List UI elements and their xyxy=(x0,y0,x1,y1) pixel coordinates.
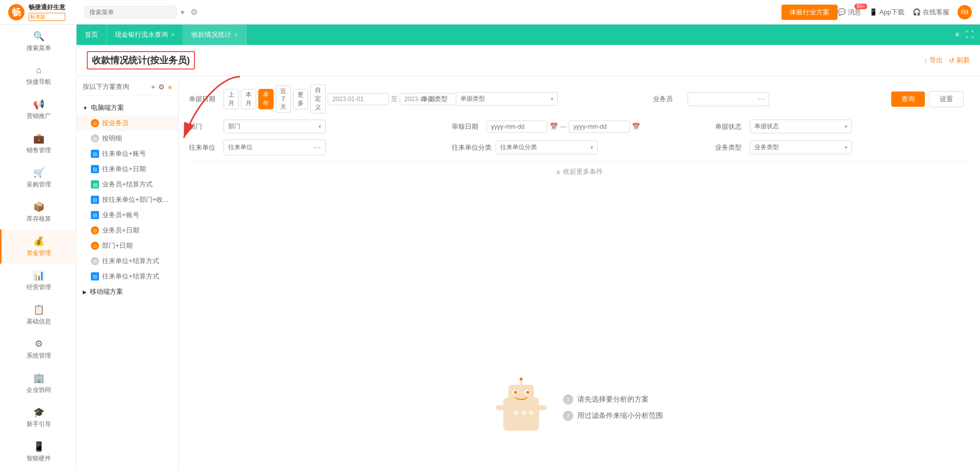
collapse-label: 收起更多条件 xyxy=(563,167,603,176)
calendar-icon-from[interactable]: 📅 xyxy=(550,123,558,130)
sidebar-item-basic-info[interactable]: 📋 基础信息 xyxy=(0,298,76,332)
date-btn-custom[interactable]: 自定义 xyxy=(310,84,326,113)
scheme-item-cp-settlement1[interactable]: ⊞ 往来单位+结算方式 xyxy=(77,253,178,269)
tab-receipt-stat-close[interactable]: × xyxy=(234,31,238,38)
counterpart-more-icon[interactable]: ··· xyxy=(313,142,321,153)
date-btn-this-year[interactable]: 本年 xyxy=(258,89,274,109)
tab-bank-flow-close[interactable]: × xyxy=(171,31,175,38)
right-panel: 单据日期 上月 本月 本年 近7天 更多 自定义 xyxy=(179,76,980,469)
message-button[interactable]: 💬 消息 99+ xyxy=(838,8,861,17)
scheme-panel: 按以下方案查询 + ⚙ « ▼ 电脑端方案 ⊙ 按业务 xyxy=(77,76,179,469)
counterpart-category-select[interactable]: 往来单位分类 ▾ xyxy=(496,140,598,154)
scheme-item-salesman-date[interactable]: ⊙ 业务员+日期 xyxy=(77,223,178,238)
date-label: 单据日期 xyxy=(189,95,219,104)
tab-home[interactable]: 首页 xyxy=(77,25,107,45)
review-date-to-input[interactable] xyxy=(569,121,630,133)
page-title-box: 收款情况统计(按业务员) xyxy=(87,51,195,69)
date-from-input[interactable] xyxy=(328,93,389,105)
app-download-label: App下载 xyxy=(879,8,904,17)
review-date-from-input[interactable] xyxy=(486,121,548,133)
trial-button[interactable]: 体验行业方案 xyxy=(781,5,838,20)
sidebar-item-purchase[interactable]: 🛒 采购管理 xyxy=(0,161,76,195)
collapse-bar[interactable]: ∧ 收起更多条件 xyxy=(189,161,970,181)
scheme-group-desktop[interactable]: ▼ 电脑端方案 xyxy=(77,100,178,115)
search-menu-input[interactable] xyxy=(85,6,177,18)
counterpart-select[interactable]: 往来单位 ··· xyxy=(224,139,326,155)
svg-point-7 xyxy=(520,378,523,381)
page-title: 收款情况统计(按业务员) xyxy=(92,55,190,65)
salesman-select[interactable]: ··· xyxy=(688,92,769,106)
tab-bank-flow[interactable]: 现金银行流水查询 × xyxy=(107,25,183,45)
scheme-header-label: 按以下方案查询 xyxy=(83,82,129,91)
scheme-group-desktop-label: 电脑端方案 xyxy=(91,103,124,112)
enterprise-icon: 🏢 xyxy=(33,372,44,384)
review-date-sep: — xyxy=(560,123,567,130)
tab-expand-icon[interactable]: ⛶ xyxy=(966,30,974,39)
doc-type-arrow-icon: ▾ xyxy=(551,96,553,102)
sidebar-item-guide[interactable]: 🎓 新手引导 xyxy=(0,401,76,435)
scheme-item-salesman-account[interactable]: ⊟ 业务员+账号 xyxy=(77,207,178,223)
doc-status-label: 单据状态 xyxy=(715,122,746,131)
counterpart-category-value: 往来单位分类 xyxy=(500,143,537,152)
sidebar-item-label: 资金管理 xyxy=(27,249,51,257)
svg-point-4 xyxy=(514,391,517,394)
dept-select[interactable]: 部门 ▾ xyxy=(224,120,326,133)
tab-receipt-stat[interactable]: 收款情况统计 × xyxy=(183,25,247,45)
logo-icon: 畅 xyxy=(8,4,24,20)
biz-type-select[interactable]: 业务类型 ▾ xyxy=(750,140,852,154)
scheme-group-mobile[interactable]: ▶ 移动端方案 xyxy=(77,284,178,299)
scheme-item-salesman-settlement[interactable]: ▤ 业务员+结算方式 xyxy=(77,177,178,192)
doc-status-select[interactable]: 单据状态 ▾ xyxy=(750,120,852,133)
date-quick-buttons: 上月 本月 本年 近7天 更多 自定义 xyxy=(224,84,326,113)
tab-close-icon[interactable]: × xyxy=(955,30,960,39)
user-avatar[interactable]: Rit xyxy=(958,5,972,19)
scheme-item-cp-settlement2[interactable]: ⊟ 往来单位+结算方式 xyxy=(77,269,178,284)
query-button[interactable]: 查询 xyxy=(891,91,925,107)
hint-step-1-text: 请先选择要分析的方案 xyxy=(577,395,649,404)
scheme-item-counterpart-account[interactable]: ⊟ 往来单位+账号 xyxy=(77,146,178,161)
dept-value: 部门 xyxy=(228,122,240,131)
filter-review-date-item: 审核日期 📅 — 📅 xyxy=(452,121,706,133)
review-date-control: 📅 — 📅 xyxy=(486,121,706,133)
date-btn-this-month[interactable]: 本月 xyxy=(241,89,256,109)
date-btn-last-7-days[interactable]: 近7天 xyxy=(276,85,291,113)
sidebar-item-inventory[interactable]: 📦 库存核算 xyxy=(0,195,76,229)
scheme-item-icon-cp-settle2: ⊟ xyxy=(91,272,99,280)
sidebar-item-quick-nav[interactable]: ⌂ 快捷导航 xyxy=(0,59,76,92)
app-name: 畅捷通好生意 xyxy=(29,3,65,12)
scheme-item-counterpart-dept[interactable]: ⊟ 按往来单位+部门+收... xyxy=(77,192,178,207)
doc-type-select[interactable]: 单据类型 ▾ xyxy=(456,92,558,106)
salesman-more-icon[interactable]: ··· xyxy=(758,95,765,104)
scheme-item-icon-detail: ⊞ xyxy=(91,134,99,143)
scheme-item-dept-date[interactable]: ⊙ 部门+日期 xyxy=(77,238,178,253)
sidebar-item-operations[interactable]: 📊 经营管理 xyxy=(0,264,76,298)
scheme-add-icon[interactable]: + xyxy=(151,83,155,91)
scheme-collapse-icon[interactable]: « xyxy=(168,83,172,91)
sidebar-item-system[interactable]: ⚙ 系统管理 xyxy=(0,332,76,366)
filter-form-area: 单据日期 上月 本月 本年 近7天 更多 自定义 xyxy=(179,76,980,266)
sidebar-item-enterprise[interactable]: 🏢 企业协同 xyxy=(0,366,76,401)
date-btn-more[interactable]: 更多 xyxy=(293,89,308,109)
sidebar-item-search[interactable]: 🔍 搜索菜单 xyxy=(0,25,76,59)
sidebar-item-marketing[interactable]: 📢 营销推广 xyxy=(0,92,76,127)
settings-button[interactable]: 设置 xyxy=(929,91,964,107)
app-download-button[interactable]: 📱 App下载 xyxy=(869,8,904,17)
calendar-icon-to[interactable]: 📅 xyxy=(632,123,640,130)
refresh-button[interactable]: ↺ 刷新 xyxy=(949,56,970,65)
page-header-actions: ↑ 导出 ↺ 刷新 xyxy=(924,56,970,65)
page-header: 收款情况统计(按业务员) ↑ 导出 ↺ 刷新 xyxy=(77,45,980,76)
export-button[interactable]: ↑ 导出 xyxy=(924,56,943,65)
online-service-button[interactable]: 🎧 在线客服 xyxy=(913,8,949,17)
settings-icon[interactable]: ⚙ xyxy=(190,7,198,17)
scheme-item-by-detail[interactable]: ⊞ 按明细 xyxy=(77,131,178,146)
scheme-settings-icon[interactable]: ⚙ xyxy=(158,83,165,91)
sidebar-item-finance[interactable]: 💰 资金管理 xyxy=(0,229,76,264)
counterpart-category-control: 往来单位分类 ▾ xyxy=(496,140,706,154)
date-btn-last-month[interactable]: 上月 xyxy=(224,89,239,109)
dept-control: 部门 ▾ xyxy=(224,120,444,133)
scheme-item-by-salesman[interactable]: ⊙ 按业务员 xyxy=(77,115,178,131)
dropdown-arrow-icon[interactable]: ▾ xyxy=(181,8,184,16)
sidebar-item-sales[interactable]: 💼 销售管理 xyxy=(0,127,76,161)
sidebar-item-smart-hw[interactable]: 📱 智能硬件 xyxy=(0,435,76,469)
scheme-item-counterpart-date[interactable]: ⊟ 往来单位+日期 xyxy=(77,161,178,177)
